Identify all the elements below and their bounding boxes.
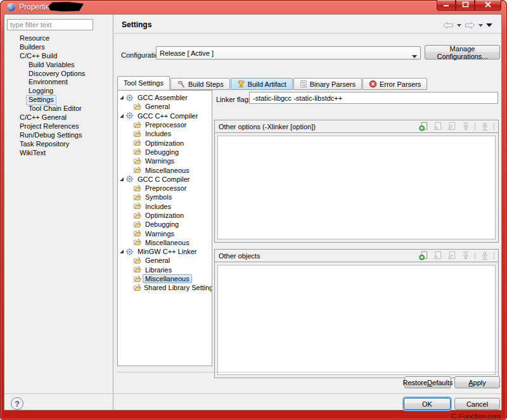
tab-build-steps[interactable]: Build Steps — [170, 78, 230, 90]
tool-category-preprocessor[interactable]: Preprocessor — [118, 120, 212, 129]
tool-node-gcc-c-compiler[interactable]: GCC C Compiler — [118, 175, 212, 184]
nav-item-settings[interactable]: Settings — [4, 95, 112, 104]
tool-category-miscellaneous[interactable]: Miscellaneous — [118, 238, 212, 247]
back-icon[interactable] — [443, 22, 454, 29]
apply-button[interactable]: Apply — [454, 376, 500, 388]
nav-item-environment[interactable]: Environment — [4, 77, 112, 86]
tool-category-preprocessor[interactable]: Preprocessor — [118, 184, 212, 193]
tool-category-label: Miscellaneous — [143, 238, 192, 247]
tool-category-label: Miscellaneous — [143, 166, 192, 175]
manage-configurations-button[interactable]: Manage Configurations... — [425, 45, 500, 60]
expander-icon[interactable] — [119, 249, 125, 254]
tool-category-label: General — [143, 102, 172, 111]
filter-input[interactable] — [7, 19, 93, 30]
tool-category-label: Preprocessor — [143, 184, 189, 193]
tool-category-debugging[interactable]: Debugging — [118, 220, 212, 229]
nav-item-task-repository[interactable]: Task Repository — [4, 139, 112, 148]
category-icon — [133, 265, 143, 274]
tool-category-general[interactable]: General — [118, 102, 212, 111]
tool-category-includes[interactable]: Includes — [118, 202, 212, 211]
tool-category-shared-library-settings[interactable]: Shared Library Settings — [118, 283, 212, 292]
svg-text:10: 10 — [302, 84, 305, 87]
delete-icon — [433, 251, 442, 260]
help-button[interactable]: ? — [11, 397, 23, 410]
back-dropdown-icon[interactable] — [457, 24, 461, 27]
nav-item-logging[interactable]: Logging — [4, 86, 112, 95]
expander-icon[interactable] — [119, 177, 125, 182]
forward-icon[interactable] — [465, 22, 475, 29]
tab-tool-settings[interactable]: Tool Settings — [117, 76, 170, 90]
other-objects-title: Other objects — [219, 252, 419, 260]
cancel-button[interactable]: Cancel — [454, 398, 500, 410]
properties-dialog: ResourceBuildersC/C++ BuildBuild Variabl… — [4, 14, 502, 410]
configuration-select[interactable]: Release [ Active ] — [156, 46, 421, 60]
close-icon — [484, 1, 492, 9]
other-objects-group: Other objects — [214, 249, 499, 378]
tool-category-label: General — [143, 256, 172, 265]
nav-item-c-c-general[interactable]: C/C++ General — [4, 113, 112, 122]
close-button[interactable] — [475, 0, 501, 11]
tool-icon — [125, 111, 135, 120]
tool-category-label: Debugging — [143, 148, 181, 156]
tool-category-includes[interactable]: Includes — [118, 129, 212, 138]
apply-row-divider — [117, 372, 499, 372]
tab-label: Tool Settings — [124, 79, 164, 87]
view-menu-icon[interactable] — [486, 23, 492, 27]
tool-category-symbols[interactable]: Symbols — [118, 193, 212, 201]
tool-category-miscellaneous[interactable]: Miscellaneous — [118, 165, 212, 174]
expander-icon[interactable] — [119, 113, 125, 118]
nav-item-build-variables[interactable]: Build Variables — [4, 60, 112, 69]
tool-category-libraries[interactable]: Libraries — [118, 265, 212, 274]
titlebar[interactable]: Properties for — [0, 0, 507, 14]
nav-item-resource[interactable]: Resource — [4, 34, 112, 42]
nav-item-discovery-options[interactable]: Discovery Options — [4, 69, 112, 78]
restore-defaults-button[interactable]: Restore Defaults — [404, 376, 451, 388]
nav-item-c-c-build[interactable]: C/C++ Build — [4, 51, 112, 60]
nav-item-run-debug-settings[interactable]: Run/Debug Settings — [4, 130, 112, 139]
binary-icon: 0110 — [300, 80, 307, 88]
ok-button[interactable]: OK — [404, 398, 451, 410]
left-nav-panel: ResourceBuildersC/C++ BuildBuild Variabl… — [4, 15, 113, 410]
add-icon[interactable] — [419, 122, 428, 131]
other-options-title: Other options (-Xlinker [option]) — [219, 123, 419, 130]
tab-bar: Tool SettingsBuild StepsBuild Artifact01… — [117, 76, 501, 90]
other-objects-list[interactable] — [217, 265, 496, 375]
category-icon — [133, 257, 143, 265]
tool-node-mingw-c-linker[interactable]: MinGW C++ Linker — [118, 247, 212, 256]
tool-category-optimization[interactable]: Optimization — [118, 138, 212, 147]
minimize-button[interactable] — [437, 0, 456, 11]
watermark: C-Function.com — [451, 412, 501, 420]
tool-category-optimization[interactable]: Optimization — [118, 211, 212, 220]
nav-item-tool-chain-editor[interactable]: Tool Chain Editor — [4, 104, 112, 113]
linker-flags-input[interactable] — [249, 92, 498, 104]
nav-item-builders[interactable]: Builders — [4, 42, 112, 51]
category-icon — [133, 193, 143, 201]
tab-error-parsers[interactable]: Error Parsers — [363, 78, 427, 90]
tool-node-gcc-assembler[interactable]: GCC Assembler — [118, 93, 212, 102]
move-down-icon — [480, 122, 489, 131]
delete-icon — [433, 122, 442, 131]
tool-category-warnings[interactable]: Warnings — [118, 156, 212, 165]
add-icon[interactable] — [419, 251, 428, 260]
edit-icon — [447, 122, 456, 131]
hammer-icon — [177, 80, 186, 88]
error-icon — [369, 80, 377, 88]
other-options-list[interactable] — [217, 136, 496, 239]
tab-build-artifact[interactable]: Build Artifact — [231, 78, 293, 90]
nav-item-project-references[interactable]: Project References — [4, 122, 112, 130]
category-icon — [133, 139, 143, 147]
tool-category-miscellaneous[interactable]: Miscellaneous — [118, 274, 212, 283]
maximize-button[interactable] — [456, 0, 475, 11]
expander-icon[interactable] — [119, 95, 125, 100]
tool-category-general[interactable]: General — [118, 256, 212, 265]
nav-item-wikitext[interactable]: WikiText — [4, 148, 112, 157]
tool-settings-tree: GCC AssemblerGeneralGCC C++ CompilerPrep… — [117, 90, 212, 366]
tool-category-label: Libraries — [143, 265, 174, 274]
tool-node-gcc-c-compiler[interactable]: GCC C++ Compiler — [118, 111, 212, 120]
category-icon — [133, 284, 141, 292]
category-icon — [133, 275, 143, 283]
forward-dropdown-icon[interactable] — [478, 24, 483, 27]
tab-binary-parsers[interactable]: 0110Binary Parsers — [293, 78, 362, 90]
tool-category-warnings[interactable]: Warnings — [118, 229, 212, 238]
tool-category-debugging[interactable]: Debugging — [118, 148, 212, 156]
